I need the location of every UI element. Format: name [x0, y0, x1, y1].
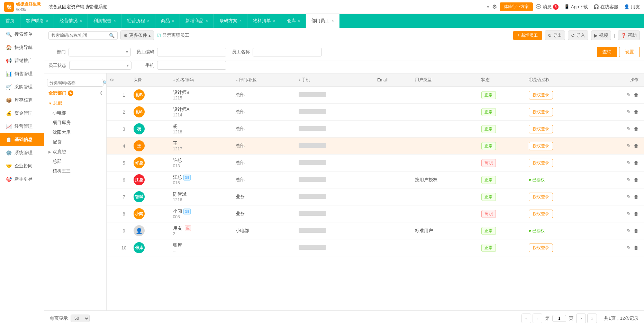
nav-tab-客户联络[interactable]: 客户联络× [20, 14, 54, 28]
sidebar-item-search[interactable]: 🔍搜索菜单 [0, 28, 44, 41]
trial-button[interactable]: 体验行业方案 [500, 2, 533, 11]
auth-login-button[interactable]: 授权登录 [529, 91, 553, 99]
sidebar-item-home[interactable]: 🏠快捷导航 [0, 41, 44, 54]
dept-item-xiangmu[interactable]: 项目库房 [44, 118, 106, 127]
nav-tab-close[interactable]: × [172, 19, 174, 23]
message-btn[interactable]: 💬 消息 5 [536, 4, 559, 10]
dept-settings-icon[interactable]: ✎ [68, 90, 73, 96]
nav-tab-利润报告[interactable]: 利润报告× [88, 14, 121, 28]
edit-button[interactable]: ✎ [627, 211, 631, 217]
more-filter-btn[interactable]: ⚙ 更多条件 ▴ [120, 30, 154, 40]
show-resigned-checkbox[interactable]: ☑ 显示离职员工 [157, 32, 189, 38]
auth-login-button[interactable]: 授权登录 [529, 159, 553, 167]
th-name[interactable]: ↕ 姓名/编码 [170, 73, 233, 87]
dept-item-xiaodian[interactable]: 小电部 [44, 108, 106, 118]
help-text[interactable]: | [614, 33, 615, 38]
nav-tab-条码方案[interactable]: 条码方案× [214, 14, 247, 28]
service-btn[interactable]: 🎧 在线客服 [593, 4, 618, 10]
edit-button[interactable]: ✎ [627, 194, 631, 200]
edit-button[interactable]: ✎ [627, 109, 631, 115]
dept-item-zhishu[interactable]: 植树王三 [44, 166, 106, 176]
delete-button[interactable]: 🗑 [634, 143, 638, 149]
nav-tab-close[interactable]: × [46, 19, 48, 23]
phone-input[interactable] [157, 61, 226, 70]
dept-all-header[interactable]: 全部部门 ✎ 《 [44, 88, 106, 98]
nav-tab-部门员工[interactable]: 部门员工× [306, 14, 339, 28]
prev-page-btn[interactable]: ‹ [533, 314, 542, 323]
sidebar-item-marketing[interactable]: 📢营销推广 [0, 54, 44, 67]
edit-button[interactable]: ✎ [627, 160, 631, 166]
user-btn[interactable]: 👤 用友 [624, 4, 640, 10]
sidebar-item-finance[interactable]: 💰资金管理 [0, 107, 44, 120]
th-settings[interactable]: ⚙ [107, 73, 117, 87]
auth-login-button[interactable]: 授权登录 [529, 210, 553, 218]
delete-button[interactable]: 🗑 [634, 245, 638, 250]
nav-tab-close[interactable]: × [206, 19, 208, 23]
sidebar-item-basic-info[interactable]: 📋基础信息 [0, 133, 44, 146]
edit-button[interactable]: ✎ [627, 92, 631, 98]
dept-item-zongbu-parent[interactable]: ▼ 总部 [44, 98, 106, 108]
nav-tab-close[interactable]: × [114, 19, 116, 23]
dept-collapse-icon[interactable]: 《 [98, 90, 102, 96]
first-page-btn[interactable]: « [521, 314, 531, 323]
delete-button[interactable]: 🗑 [634, 211, 638, 217]
export-button[interactable]: ↻ 导出 [545, 30, 565, 40]
app-download-btn[interactable]: 📱 App下载 [564, 4, 588, 10]
edit-button[interactable]: ✎ [627, 177, 631, 183]
dept-search-icon[interactable]: 🔍 [103, 80, 107, 85]
help-button[interactable]: ❓ 帮助 [618, 30, 640, 40]
th-dept[interactable]: ↕ 部门/职位 [233, 73, 296, 87]
dept-search-input[interactable] [49, 80, 101, 85]
sidebar-item-collaboration[interactable]: 🤝企业协同 [0, 159, 44, 173]
delete-button[interactable]: 🗑 [634, 177, 638, 183]
emp-name-input[interactable] [253, 48, 322, 56]
last-page-btn[interactable]: » [587, 314, 597, 323]
dept-select[interactable] [69, 48, 131, 56]
nav-tab-首页[interactable]: 首页 [0, 14, 20, 28]
reset-button[interactable]: 设置 [619, 47, 640, 57]
delete-button[interactable]: 🗑 [634, 228, 638, 234]
import-button[interactable]: ↺ 导入 [568, 30, 588, 40]
nav-tab-close[interactable]: × [239, 19, 242, 23]
next-page-btn[interactable]: › [576, 314, 586, 323]
nav-tab-close[interactable]: × [273, 19, 275, 23]
sidebar-item-management[interactable]: 📈经营管理 [0, 120, 44, 133]
dept-item-peihuo[interactable]: 配货 [44, 137, 106, 147]
dept-item-shenyang[interactable]: 沈阳大库 [44, 127, 106, 137]
dept-item-zongbu2[interactable]: 总部 [44, 157, 106, 166]
nav-tab-经营历程[interactable]: 经营历程× [121, 14, 155, 28]
delete-button[interactable]: 🗑 [634, 109, 638, 115]
sidebar-item-inventory[interactable]: 📦库存核算 [0, 94, 44, 107]
dept-item-shuanglu[interactable]: ▶ 双鹿想 [44, 147, 106, 157]
sidebar-item-guide[interactable]: 🎯新手引导 [0, 173, 44, 186]
delete-button[interactable]: 🗑 [634, 160, 638, 166]
sidebar-item-system[interactable]: ⚙️系统管理 [0, 146, 44, 159]
page-number-input[interactable] [552, 315, 566, 322]
status-select[interactable] [69, 61, 131, 70]
nav-tab-close[interactable]: × [147, 19, 149, 23]
edit-button[interactable]: ✎ [627, 126, 631, 132]
edit-button[interactable]: ✎ [627, 143, 631, 149]
emp-code-input[interactable] [157, 48, 226, 56]
add-employee-button[interactable]: + 新增员工 [513, 31, 542, 40]
nav-tab-物料清单[interactable]: 物料清单× [247, 14, 281, 28]
auth-login-button[interactable]: 授权登录 [529, 142, 553, 150]
nav-tab-新增商品[interactable]: 新增商品× [180, 14, 214, 28]
delete-button[interactable]: 🗑 [634, 92, 638, 98]
search-input[interactable] [52, 33, 108, 38]
edit-button[interactable]: ✎ [627, 245, 631, 250]
nav-tab-close[interactable]: × [298, 19, 300, 23]
sidebar-item-sales[interactable]: 📊销售管理 [0, 67, 44, 80]
delete-button[interactable]: 🗑 [634, 194, 638, 200]
nav-tab-经营情况[interactable]: 经营情况× [54, 14, 88, 28]
auth-login-button[interactable]: 授权登录 [529, 125, 553, 133]
auth-login-button[interactable]: 授权登录 [529, 193, 553, 201]
settings-icon[interactable]: ⚙ [492, 3, 497, 10]
search-icon[interactable]: 🔍 [109, 33, 115, 38]
query-button[interactable]: 查询 [597, 47, 617, 57]
nav-tab-仓库[interactable]: 仓库× [281, 14, 306, 28]
sidebar-item-purchase[interactable]: 🛒采购管理 [0, 80, 44, 94]
per-page-select[interactable]: 50 100 200 [71, 315, 90, 322]
video-button[interactable]: ▶ 视频 [591, 30, 611, 40]
nav-tab-close[interactable]: × [332, 19, 334, 23]
